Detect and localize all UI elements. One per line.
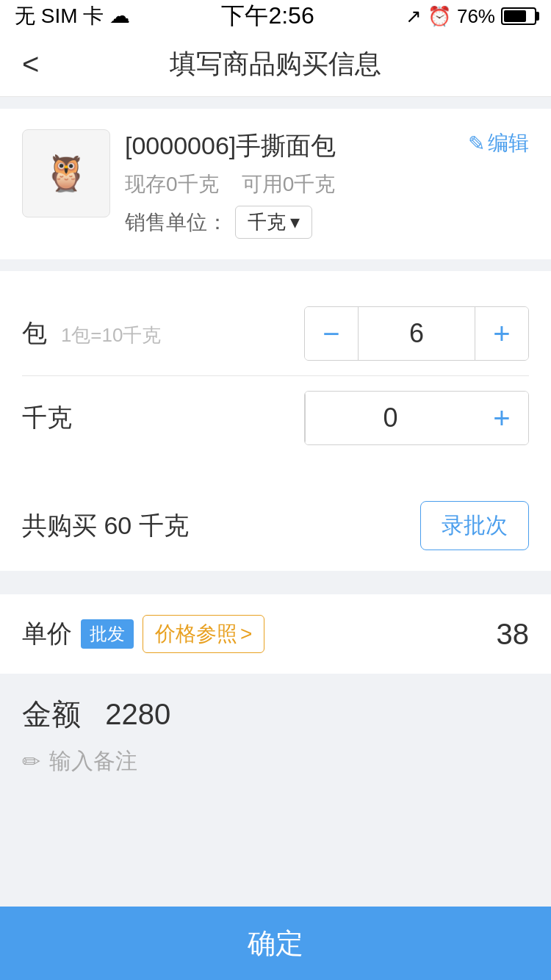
chevron-down-icon: ▾ [290, 211, 300, 234]
unit-select[interactable]: 千克 ▾ [235, 206, 312, 239]
price-value: 38 [497, 618, 530, 651]
amount-value: 2280 [105, 698, 170, 730]
edit-icon: ✎ [468, 131, 485, 156]
price-label: 单价 [22, 617, 72, 651]
stock-value: 现存0千克 [125, 173, 219, 195]
edit-button[interactable]: ✎ 编辑 [468, 129, 529, 157]
edit-label: 编辑 [488, 129, 529, 157]
divider-1 [0, 259, 551, 271]
page-title: 填写商品购买信息 [170, 46, 381, 82]
location-icon: ↗ [406, 5, 422, 28]
alarm-icon: ⏰ [428, 5, 451, 28]
kg-quantity-control: + [304, 391, 529, 445]
bag-plus-button[interactable]: + [475, 307, 528, 360]
price-row: 单价 批发 价格参照 > 38 [22, 615, 529, 653]
remark-icon: ✏ [22, 749, 40, 774]
price-section: 单价 批发 价格参照 > 38 [0, 594, 551, 674]
product-stock: 现存0千克 可用0千克 [125, 170, 529, 198]
bag-label: 包 [22, 319, 47, 347]
price-ref-button[interactable]: 价格参照 > [143, 615, 264, 653]
status-time: 下午2:56 [221, 0, 314, 32]
product-card: 🦉 [0000006]手撕面包 ✎ 编辑 现存0千克 可用0千克 销售单位： 千… [0, 109, 551, 259]
kg-quantity-input[interactable] [305, 392, 475, 444]
confirm-button[interactable]: 确定 [0, 907, 551, 980]
product-thumbnail: 🦉 [22, 129, 110, 217]
bag-quantity-control: − + [304, 306, 529, 361]
summary-section: 共购买 60 千克 录批次 [0, 480, 551, 571]
status-bar: 无 SIM 卡 ☁ 下午2:56 ↗ ⏰ 76% [0, 0, 551, 32]
status-right: ↗ ⏰ 76% [406, 5, 536, 28]
sim-status: 无 SIM 卡 ☁ [15, 2, 130, 30]
product-unit: 销售单位： 千克 ▾ [125, 206, 529, 239]
divider-2 [0, 571, 551, 583]
available-value: 可用0千克 [242, 173, 336, 195]
bag-label-group: 包 1包=10千克 [22, 317, 161, 350]
kg-plus-button[interactable]: + [475, 392, 528, 444]
amount-section: 金额 2280 ✏ 输入备注 [0, 674, 551, 797]
price-ref-label: 价格参照 [155, 620, 237, 648]
bag-quantity-input[interactable] [358, 307, 475, 360]
product-name: [0000006]手撕面包 [125, 129, 336, 163]
price-label-group: 单价 批发 价格参照 > [22, 615, 264, 653]
status-left: 无 SIM 卡 ☁ [15, 2, 130, 30]
bag-hint: 1包=10千克 [61, 324, 162, 346]
battery-percent: 76% [457, 5, 495, 28]
kg-row: 千克 + [22, 375, 529, 460]
amount-label: 金额 [22, 698, 81, 730]
price-ref-arrow: > [240, 622, 252, 646]
kg-label: 千克 [22, 401, 72, 435]
batch-button[interactable]: 录批次 [420, 501, 529, 550]
bag-row: 包 1包=10千克 − + [22, 292, 529, 375]
product-logo: 🦉 [44, 153, 88, 194]
product-info: [0000006]手撕面包 ✎ 编辑 现存0千克 可用0千克 销售单位： 千克 … [125, 129, 529, 239]
unit-value: 千克 [248, 209, 286, 235]
battery-icon [501, 7, 536, 25]
back-button[interactable]: < [22, 48, 39, 81]
nav-bar: < 填写商品购买信息 [0, 32, 551, 97]
quantity-section: 包 1包=10千克 − + 千克 + [0, 271, 551, 480]
price-type-tag: 批发 [81, 619, 134, 649]
bag-minus-button[interactable]: − [305, 307, 358, 360]
remark-placeholder: 输入备注 [49, 746, 137, 777]
unit-label: 销售单位： [125, 209, 228, 237]
summary-text: 共购买 60 千克 [22, 509, 189, 543]
remark-row[interactable]: ✏ 输入备注 [22, 746, 529, 777]
amount-row: 金额 2280 [22, 694, 529, 735]
